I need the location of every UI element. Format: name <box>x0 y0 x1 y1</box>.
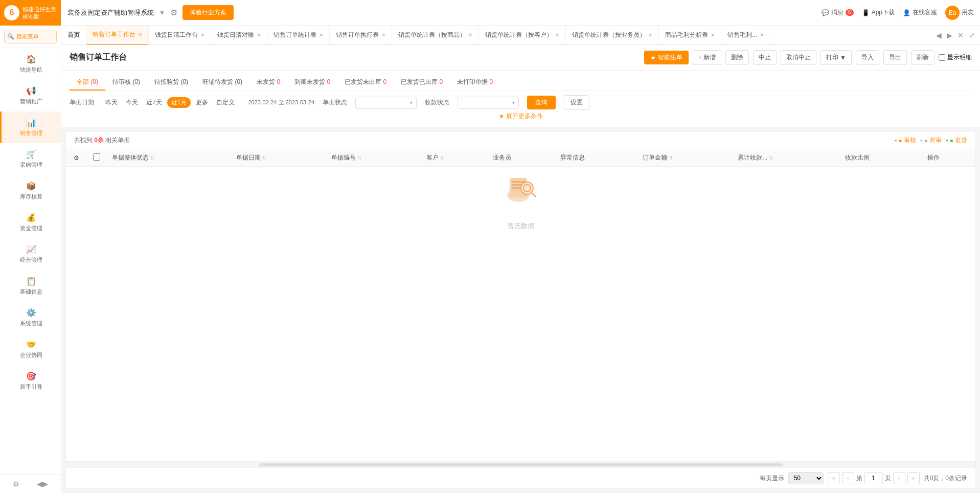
filter-tab-overdue[interactable]: 到期未发货 0 <box>287 75 337 91</box>
tab-salesman-stats-close[interactable]: ✕ <box>648 32 652 38</box>
tab-close-all[interactable]: ✕ <box>955 30 966 40</box>
export-button[interactable]: 导出 <box>883 50 907 65</box>
show-detail-label[interactable]: 显示明细 <box>939 53 972 62</box>
add-button[interactable]: + 新增 <box>693 50 721 65</box>
filter-tab-unshipped[interactable]: 未发货 0 <box>249 75 287 91</box>
tab-sales-margin-close[interactable]: ✕ <box>760 32 764 38</box>
sidebar-item-guide[interactable]: 🎯 新手引导 <box>0 365 61 397</box>
col-date[interactable]: 单据日期 <box>231 149 326 167</box>
sidebar-item-inventory[interactable]: 📦 库存核算 <box>0 175 61 207</box>
sidebar-item-system[interactable]: ⚙️ 系统管理 <box>0 302 61 333</box>
col-settings[interactable]: ⚙ <box>66 149 86 167</box>
online-service[interactable]: 👤 在线客服 <box>903 8 937 17</box>
filter-tab-unprinted[interactable]: 未打印单据 0 <box>450 75 500 91</box>
page-last-button[interactable]: » <box>907 472 920 484</box>
status-filter-select[interactable] <box>355 97 417 109</box>
col-customer[interactable]: 客户 <box>421 149 488 167</box>
tab-scroll-right[interactable]: ▶ <box>945 30 954 40</box>
tab-sales-workbench-close[interactable]: ✕ <box>138 32 142 37</box>
tab-salesman-stats[interactable]: 销货单统计表（按业务员） ✕ <box>566 26 659 45</box>
stop-button[interactable]: 中止 <box>753 50 777 65</box>
date-opt-7days[interactable]: 近7天 <box>143 97 165 108</box>
batch-cancel-button[interactable]: ● 弃审 <box>920 136 942 145</box>
filter-tab-pending[interactable]: 待审核 (0) <box>105 75 147 91</box>
date-opt-yesterday[interactable]: 昨天 <box>102 97 121 108</box>
delete-button[interactable]: 删除 <box>725 50 749 65</box>
page-prev-button[interactable]: ‹ <box>842 472 854 484</box>
sidebar-item-sales[interactable]: 📊 销售管理 <box>0 111 61 143</box>
tab-sales-exec[interactable]: 销售订单执行表 ✕ <box>330 26 392 45</box>
search-menu-button[interactable]: 🔍 搜索菜单 <box>4 30 57 43</box>
tab-sales-margin[interactable]: 销售毛利... ✕ <box>721 26 770 45</box>
show-detail-checkbox[interactable] <box>939 54 945 61</box>
tab-sales-stats-close[interactable]: ✕ <box>319 32 323 38</box>
print-button[interactable]: 打印 ▼ <box>821 50 852 65</box>
date-opt-more[interactable]: 更多 <box>193 97 211 108</box>
tab-daily-clear-close[interactable]: ✕ <box>200 32 204 38</box>
sidebar-item-marketing[interactable]: 📢 营销推广 <box>0 80 61 111</box>
expand-more-button[interactable]: ▼ 展开更多条件 <box>498 112 543 121</box>
sidebar-item-finance[interactable]: 💰 资金管理 <box>0 207 61 238</box>
page-number-input[interactable] <box>864 472 883 484</box>
settings-footer-icon[interactable]: ⚙ <box>13 480 19 488</box>
select-all-checkbox[interactable] <box>93 153 100 161</box>
filter-tab-shipped-out[interactable]: 已发货已出库 0 <box>394 75 450 91</box>
tab-goods-stats[interactable]: 销货单统计表（按商品） ✕ <box>392 26 479 45</box>
col-payment-ratio[interactable]: 收款比例 <box>840 149 922 167</box>
horizontal-scrollbar[interactable] <box>66 461 975 467</box>
sidebar-item-enterprise[interactable]: 🤝 企业协同 <box>0 333 61 365</box>
collapse-sidebar-icon[interactable]: ◀▶ <box>37 480 48 488</box>
topbar-dropdown-arrow[interactable]: ▼ <box>159 9 165 16</box>
page-next-button[interactable]: › <box>893 472 905 484</box>
date-opt-1month[interactable]: 近1月 <box>167 97 191 108</box>
sidebar-item-quick-nav[interactable]: 🏠 快捷导航 <box>0 48 61 80</box>
tab-customer-stats-close[interactable]: ✕ <box>555 32 559 38</box>
page-size-select[interactable]: 10 20 50 100 <box>788 472 824 484</box>
col-number[interactable]: 单据编号 <box>326 149 421 167</box>
batch-audit-button[interactable]: ● 审核 <box>895 136 916 145</box>
sidebar-item-operations[interactable]: 📈 经营管理 <box>0 238 61 270</box>
tab-customer-stats[interactable]: 销货单统计表（按客户） ✕ <box>479 26 566 45</box>
tab-scroll-left[interactable]: ◀ <box>934 30 944 40</box>
page-first-button[interactable]: « <box>828 472 840 484</box>
tab-home[interactable]: 首页 <box>61 26 86 45</box>
topbar-settings-icon[interactable]: ⚙ <box>170 8 177 17</box>
col-cumulative-payment[interactable]: 累计收款... <box>733 149 840 167</box>
date-opt-today[interactable]: 今天 <box>123 97 141 108</box>
sidebar-item-basic-info[interactable]: 📋 基础信息 <box>0 270 61 302</box>
sidebar-item-purchase[interactable]: 🛒 采购管理 <box>0 143 61 175</box>
industry-solution-button[interactable]: 体验行业方案 <box>183 5 234 20</box>
tab-sales-workbench[interactable]: 销售订单工作台 ✕ <box>86 26 149 45</box>
tab-sales-stats[interactable]: 销售订单统计表 ✕ <box>267 26 330 45</box>
smart-create-button[interactable]: ★ 智能生单 <box>644 51 689 64</box>
col-order-amount[interactable]: 订单金额 <box>637 149 733 167</box>
tab-gross-profit[interactable]: 商品毛利分析表 ✕ <box>659 26 721 45</box>
message-center[interactable]: 💬 消息 6 <box>822 8 854 17</box>
filter-tab-all[interactable]: 全部 (0) <box>70 75 105 91</box>
tab-daily-clear[interactable]: 钱货日清工作台 ✕ <box>149 26 211 45</box>
tab-sales-margin-label: 销售毛利... <box>727 31 757 39</box>
col-anomaly[interactable]: 异常信息 <box>555 149 637 167</box>
tab-goods-stats-close[interactable]: ✕ <box>468 32 472 38</box>
set-button[interactable]: 设置 <box>564 95 589 110</box>
user-profile[interactable]: Ea 用友 <box>945 6 974 20</box>
tab-sales-exec-close[interactable]: ✕ <box>381 32 385 38</box>
date-opt-custom[interactable]: 自定义 <box>213 97 238 108</box>
import-button[interactable]: 导入 <box>856 50 879 65</box>
refresh-button[interactable]: 刷新 <box>911 50 935 65</box>
collection-filter-select[interactable] <box>458 97 519 109</box>
filter-tab-wangpu[interactable]: 旺铺待发货 (0) <box>195 75 249 91</box>
tab-reconcile-close[interactable]: ✕ <box>257 32 261 38</box>
tab-gross-profit-close[interactable]: ✕ <box>711 32 715 38</box>
query-button[interactable]: 查询 <box>527 96 556 109</box>
batch-ship-button[interactable]: ● 发货 <box>946 136 967 145</box>
col-status[interactable]: 单据整体状态 <box>107 149 231 167</box>
col-salesman[interactable]: 业务员 <box>488 149 555 167</box>
col-check[interactable] <box>86 149 107 167</box>
tab-reconcile[interactable]: 钱货日清对账 ✕ <box>211 26 267 45</box>
filter-tab-shipped-not-out[interactable]: 已发货未出库 0 <box>337 75 394 91</box>
filter-tab-inspect[interactable]: 待拣验货 (0) <box>147 75 195 91</box>
tab-maximize[interactable]: ⤢ <box>967 30 977 40</box>
cancel-stop-button[interactable]: 取消中止 <box>781 50 816 65</box>
app-download[interactable]: 📱 App下载 <box>862 8 895 17</box>
